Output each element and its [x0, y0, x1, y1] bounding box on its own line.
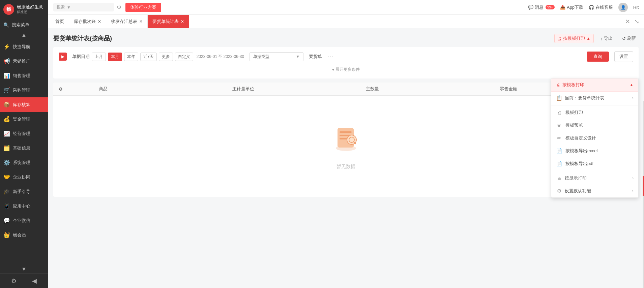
print-template-btn[interactable]: 🖨 按模板打印 ▲ — [554, 34, 594, 43]
close-icon[interactable]: ✕ — [623, 18, 632, 25]
trial-btn[interactable]: 体验行业方案 — [125, 3, 161, 12]
page-title-bar: 要货单统计表(按商品) 🖨 按模板打印 ▲ ↑ 导出 ↺ 刷新 — [53, 34, 639, 43]
dropdown-current-template[interactable]: 📋 当前：要货单统计表 › — [551, 92, 638, 104]
tabbar-right: ✕ ⤡ — [623, 18, 641, 25]
dropdown-template-export-excel[interactable]: 📄 按模板导出excel — [551, 145, 638, 157]
tab-collection-summary[interactable]: 收发存汇总表 ✕ — [106, 15, 148, 28]
settings-btn[interactable]: 设置 — [614, 51, 633, 62]
guide-icon: 🎓 — [3, 188, 10, 195]
topbar-actions: 💬 消息 99+ 📥 App下载 🎧 在线客服 👤 Rit — [528, 3, 639, 12]
tab-close-collection-summary[interactable]: ✕ — [139, 20, 143, 24]
main-area: 搜索 ▼ ⚙ 体验行业方案 💬 消息 99+ 📥 App下载 🎧 在线客服 👤 … — [48, 0, 644, 288]
scroll-up-btn[interactable]: ▲ — [0, 31, 48, 39]
settings-bottom-icon[interactable]: ⚙ — [11, 277, 17, 285]
query-btn[interactable]: 查询 — [587, 52, 609, 62]
shortcut-icon: ⚡ — [3, 43, 10, 50]
sidebar-item-shortcut[interactable]: ⚡ 快捷导航 — [0, 39, 48, 54]
dropdown-template-print[interactable]: 🖨 模板打印 — [551, 106, 638, 119]
dropdown-close-icon[interactable]: ▲ — [630, 83, 634, 87]
date-btn-last-7[interactable]: 近7天 — [140, 53, 157, 61]
template-preview-icon: 👁 — [556, 123, 562, 128]
goods-label: 要货单 — [309, 54, 322, 60]
date-section: 单据日期 上月 本月 本年 近7天 更多 自定义 2023-06-01 至 20… — [72, 53, 244, 61]
app-sub: 标准版 — [17, 10, 43, 14]
dropdown-display-print[interactable]: 🖥 按显示打印 › — [551, 172, 638, 185]
sidebar-item-sales[interactable]: 📊 销售管理 — [0, 68, 48, 83]
sidebar-search[interactable]: 🔍 搜索菜单 — [0, 19, 48, 31]
message-icon: 💬 — [528, 5, 533, 10]
collapse-icon[interactable]: ◀ — [32, 277, 37, 285]
dropdown-template-design[interactable]: ✏ 模板自定义设计 — [551, 132, 638, 145]
date-label: 单据日期 — [72, 54, 90, 60]
refresh-btn[interactable]: ↺ 刷新 — [619, 34, 639, 43]
search-label: 搜索菜单 — [12, 22, 29, 28]
tab-close-order-stats[interactable]: ✕ — [181, 20, 184, 24]
col-unit: 主计量单位 — [232, 86, 366, 92]
svg-rect-3 — [340, 135, 349, 136]
sidebar-item-wechat[interactable]: 💬 企业微信 — [0, 213, 48, 228]
user-avatar[interactable]: 👤 — [618, 3, 628, 12]
dropdown-title: 按模板打印 — [562, 82, 584, 88]
messages-label: 消息 — [535, 4, 544, 10]
right-scrollbar[interactable] — [643, 101, 644, 288]
tab-batch-account[interactable]: 库存批次账 ✕ — [69, 15, 106, 28]
app-download-action[interactable]: 📥 App下载 — [560, 4, 583, 10]
sidebar-item-collab[interactable]: 🤝 企业协同 — [0, 170, 48, 184]
dropdown-set-default[interactable]: ⚙ 设置默认功能 › — [551, 185, 638, 197]
filter-toggle-btn[interactable]: ▶ — [59, 53, 67, 61]
tab-close-batch-account[interactable]: ✕ — [98, 20, 101, 24]
col-quantity: 主数量 — [366, 86, 499, 92]
sidebar-item-basics[interactable]: 🗂️ 基础信息 — [0, 141, 48, 155]
tabbar: 首页 库存批次账 ✕ 收发存汇总表 ✕ 要货单统计表 ✕ ✕ ⤡ — [48, 15, 644, 28]
svg-rect-2 — [340, 131, 352, 133]
chevron-right-icon: › — [632, 96, 634, 100]
collab-icon: 🤝 — [3, 174, 10, 180]
topbar-gear-icon[interactable]: ⚙ — [117, 4, 121, 10]
sidebar-item-label: 新手引导 — [13, 189, 30, 195]
date-btn-this-year[interactable]: 本年 — [124, 53, 138, 61]
topbar-search[interactable]: 搜索 ▼ — [53, 3, 114, 11]
finance-icon: 💰 — [3, 116, 10, 122]
content-area: 要货单统计表(按商品) 🖨 按模板打印 ▲ ↑ 导出 ↺ 刷新 — [48, 28, 644, 288]
online-support-label: 在线客服 — [595, 4, 613, 10]
sidebar-item-finance[interactable]: 💰 资金管理 — [0, 112, 48, 126]
dropdown-template-preview[interactable]: 👁 模板预览 — [551, 119, 638, 132]
sidebar-item-guide[interactable]: 🎓 新手引导 — [0, 184, 48, 199]
date-btn-this-month[interactable]: 本月 — [108, 53, 122, 61]
basics-icon: 🗂️ — [3, 145, 10, 151]
sidebar-item-purchase[interactable]: 🛒 采购管理 — [0, 83, 48, 97]
export-btn[interactable]: ↑ 导出 — [598, 34, 616, 43]
date-btn-custom[interactable]: 自定义 — [175, 53, 193, 61]
template-preview-label: 模板预览 — [565, 122, 583, 128]
tab-home[interactable]: 首页 — [51, 15, 69, 28]
export-label: 导出 — [604, 35, 613, 41]
default-func-label: 设置默认功能 — [565, 188, 591, 194]
sidebar-item-member[interactable]: 👑 畅会员 — [0, 228, 48, 242]
template-export-pdf-label: 按模板导出pdf — [565, 161, 593, 167]
sidebar-item-inventory[interactable]: 📦 库存核算 — [0, 97, 48, 112]
online-support-action[interactable]: 🎧 在线客服 — [589, 4, 613, 10]
sidebar-item-operations[interactable]: 📈 经营管理 — [0, 126, 48, 141]
sidebar-item-marketing[interactable]: 📢 营销推广 — [0, 54, 48, 68]
more-icon[interactable]: ⋯ — [327, 53, 333, 60]
sidebar-logo: 畅 畅康通好生意 标准版 — [0, 0, 48, 19]
current-template-label: 当前：要货单统计表 — [565, 95, 604, 101]
messages-action[interactable]: 💬 消息 99+ — [528, 4, 555, 10]
sidebar-item-apps[interactable]: 📱 应用中心 — [0, 199, 48, 213]
col-settings[interactable]: ⚙ — [59, 87, 99, 92]
chevron-down-icon: ▼ — [67, 5, 71, 10]
sidebar-item-system[interactable]: ⚙️ 系统管理 — [0, 155, 48, 170]
sidebar-item-label: 快捷导航 — [13, 44, 30, 50]
date-btn-last-month[interactable]: 上月 — [92, 53, 106, 61]
expand-conditions-btn[interactable]: ▾ 展开更多条件 — [59, 65, 633, 74]
scroll-down-btn[interactable]: ▼ — [0, 265, 48, 274]
empty-text: 暂无数据 — [336, 164, 355, 170]
system-icon: ⚙️ — [3, 159, 10, 166]
date-btn-more[interactable]: 更多 — [159, 53, 173, 61]
excel-icon: 📄 — [556, 148, 562, 154]
dropdown-template-export-pdf[interactable]: 📄 按模板导出pdf — [551, 157, 638, 170]
tab-order-stats[interactable]: 要货单统计表 ✕ — [148, 15, 189, 28]
expand-icon[interactable]: ⤡ — [632, 18, 641, 25]
chevron-down-icon: ▾ — [332, 67, 334, 72]
order-type-select[interactable]: 单据类型 ▼ — [250, 52, 303, 61]
